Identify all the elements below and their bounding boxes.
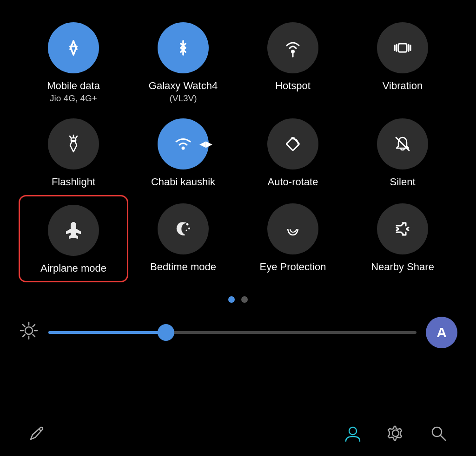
brightness-row: A — [0, 317, 476, 348]
tile-silent-icon-wrap — [377, 118, 428, 169]
bluetooth-icon — [171, 35, 196, 60]
svg-line-26 — [33, 325, 35, 327]
svg-line-25 — [33, 335, 35, 337]
tile-vibration-icon-wrap — [377, 22, 428, 73]
tile-silent[interactable]: Silent — [348, 110, 457, 195]
mobile-data-icon — [61, 35, 86, 60]
search-button[interactable] — [429, 423, 448, 447]
tile-airplane-icon-wrap — [48, 205, 99, 256]
tile-auto-rotate-icon-wrap — [267, 118, 318, 169]
wifi-icon — [171, 131, 196, 156]
pagination-dot-2[interactable] — [241, 296, 248, 303]
bedtime-icon — [171, 216, 196, 241]
svg-line-24 — [23, 325, 25, 327]
pagination-dot-1[interactable] — [228, 296, 235, 303]
brightness-fill — [48, 331, 166, 334]
svg-point-16 — [188, 228, 190, 229]
svg-point-29 — [349, 427, 357, 435]
nearby-share-icon — [390, 216, 415, 241]
svg-rect-3 — [398, 44, 407, 52]
svg-point-15 — [186, 223, 189, 225]
hotspot-icon — [280, 35, 305, 60]
quick-settings-panel: Mobile data Jio 4G, 4G+ Galaxy Watch4 (V… — [0, 0, 476, 348]
tile-galaxy-watch-sublabel: (VL3V) — [169, 93, 197, 104]
tile-mobile-data-sublabel: Jio 4G, 4G+ — [50, 93, 97, 104]
brightness-thumb[interactable] — [158, 324, 174, 341]
tile-eye-protection[interactable]: Eye Protection — [238, 195, 348, 282]
tile-galaxy-watch-icon-wrap — [158, 22, 209, 73]
tile-mobile-data-icon-wrap — [48, 22, 99, 73]
tile-galaxy-watch[interactable]: Galaxy Watch4 (VL3V) — [128, 14, 238, 110]
tile-galaxy-watch-label: Galaxy Watch4 — [149, 80, 218, 92]
pagination — [0, 296, 476, 303]
tile-flashlight-label: Flashlight — [52, 176, 95, 188]
tile-auto-rotate[interactable]: Auto-rotate — [238, 110, 348, 195]
svg-point-19 — [25, 327, 33, 334]
svg-line-11 — [76, 136, 77, 137]
auto-rotate-icon — [280, 131, 305, 156]
svg-rect-8 — [71, 138, 76, 142]
svg-line-32 — [441, 435, 446, 440]
tile-nearby-share-label: Nearby Share — [371, 261, 434, 273]
avatar-letter: A — [436, 325, 447, 340]
svg-line-10 — [70, 136, 71, 137]
tile-vibration-label: Vibration — [383, 80, 423, 92]
tile-airplane-label: Airplane mode — [40, 262, 106, 274]
flashlight-icon — [61, 131, 86, 156]
tile-bedtime[interactable]: Bedtime mode — [128, 195, 238, 282]
tile-wifi-label: Chabi kaushik — [151, 176, 215, 188]
tile-flashlight-icon-wrap — [48, 118, 99, 169]
tile-wifi[interactable]: ◀▶ Chabi kaushik — [128, 110, 238, 195]
settings-button[interactable] — [386, 423, 405, 447]
tile-hotspot[interactable]: Hotspot — [238, 14, 348, 110]
svg-point-17 — [186, 229, 187, 231]
tile-nearby-share[interactable]: Nearby Share — [348, 195, 457, 282]
svg-line-28 — [39, 429, 41, 431]
tile-hotspot-label: Hotspot — [275, 80, 311, 92]
bottom-bar — [0, 414, 476, 456]
airplane-icon — [61, 218, 86, 243]
tiles-grid: Mobile data Jio 4G, 4G+ Galaxy Watch4 (V… — [0, 0, 476, 292]
silent-icon — [390, 131, 415, 156]
svg-line-27 — [23, 335, 25, 337]
svg-rect-18 — [285, 221, 301, 229]
tile-eye-protection-icon-wrap — [267, 203, 318, 254]
tile-auto-rotate-label: Auto-rotate — [268, 176, 318, 188]
tile-airplane[interactable]: Airplane mode — [19, 195, 128, 282]
tile-eye-protection-label: Eye Protection — [259, 261, 326, 273]
tile-wifi-icon-wrap: ◀▶ — [158, 118, 209, 169]
tile-hotspot-icon-wrap — [267, 22, 318, 73]
brightness-slider[interactable] — [48, 331, 416, 334]
avatar-button[interactable]: A — [426, 317, 457, 348]
tile-nearby-share-icon-wrap — [377, 203, 428, 254]
tile-mobile-data-label: Mobile data — [47, 80, 100, 92]
brightness-icon — [19, 320, 39, 345]
eye-protection-icon — [280, 216, 305, 241]
tile-silent-label: Silent — [390, 176, 415, 188]
svg-point-30 — [392, 430, 399, 436]
tile-vibration[interactable]: Vibration — [348, 14, 457, 110]
edit-button[interactable] — [28, 424, 46, 446]
tile-mobile-data[interactable]: Mobile data Jio 4G, 4G+ — [19, 14, 128, 110]
bottom-bar-right — [343, 423, 448, 447]
user-button[interactable] — [343, 423, 363, 447]
vibration-icon — [390, 35, 415, 60]
svg-point-12 — [182, 147, 185, 150]
tile-bedtime-label: Bedtime mode — [150, 261, 216, 273]
tile-flashlight[interactable]: Flashlight — [19, 110, 128, 195]
tile-bedtime-icon-wrap — [158, 203, 209, 254]
